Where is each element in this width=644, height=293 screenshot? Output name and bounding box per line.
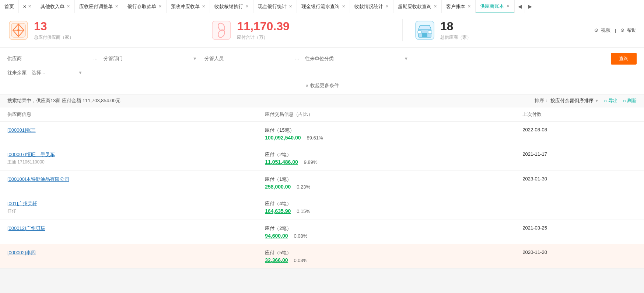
supplier-info-cell: [000100]本特勤油品有限公司	[0, 171, 258, 195]
close-icon[interactable]: ✕	[289, 4, 292, 9]
close-icon[interactable]: ✕	[245, 4, 249, 9]
nav-cashstat-label: 现金银行统计	[258, 3, 287, 10]
top-right-links: ⊙ 视频 | ⊙ 帮助	[594, 27, 637, 34]
stat-divider-2	[402, 19, 403, 41]
close-icon[interactable]: ✕	[67, 4, 70, 9]
nav-verify[interactable]: 收款核销执行 ✕	[210, 0, 253, 13]
stats-bar: 13 总应付供应商（家） 11,170.39 应付合计（万）	[0, 13, 644, 48]
table-row: [001]广州荣轩仔仔应付（4笔）164,635.900.15%	[0, 195, 644, 220]
person-filter-label: 分管人员	[204, 55, 224, 62]
payable-amount[interactable]: 258,000.00	[265, 184, 291, 190]
supplier-payable-icon	[7, 19, 29, 41]
refresh-button[interactable]: ○ 刷新	[623, 97, 637, 104]
right-actions: 排序： 按应付余额倒序排序 ▼ ○ 导出 ○ 刷新	[535, 97, 637, 104]
col-payable-info: 应付交易信息（占比）	[258, 107, 515, 122]
sort-value[interactable]: 按应付余额倒序排序	[550, 98, 594, 103]
balance-input[interactable]	[29, 68, 84, 77]
chevron-up-icon: ∧	[305, 83, 309, 88]
nav-collect-label: 收款情况统计	[354, 3, 383, 10]
nav-collect[interactable]: 收款情况统计 ✕	[350, 0, 393, 13]
divider: |	[615, 28, 616, 33]
collapse-button[interactable]: ∧ 收起更多条件	[7, 81, 637, 90]
close-icon[interactable]: ✕	[385, 4, 389, 9]
payable-amount[interactable]: 94,600.00	[265, 233, 288, 239]
close-icon[interactable]: ✕	[28, 4, 31, 9]
supplier-table: 供应商信息 应付交易信息（占比） 上次付数 [000001]张三应付（15笔）1…	[0, 107, 644, 269]
query-button[interactable]: 查询	[611, 53, 637, 65]
nav-supbook[interactable]: 供应商账本 ✕	[476, 0, 514, 13]
refresh-label: 刷新	[627, 97, 637, 104]
filter-row-1: 供应商 ··· 分管部门 ▼ 分管人员 ··· 往来单位分类 ▼ 查询	[7, 53, 637, 65]
payable-info-cell: 应付（2笔）94,600.000.08%	[258, 220, 515, 244]
export-button[interactable]: ○ 导出	[604, 97, 617, 104]
close-icon[interactable]: ✕	[468, 4, 471, 9]
nav-home[interactable]: 首页	[0, 0, 19, 13]
video-link[interactable]: ⊙ 视频	[594, 27, 610, 34]
sort-label-text: 排序： 按应付余额倒序排序 ▼	[535, 97, 599, 104]
payable-amount[interactable]: 164,635.90	[265, 208, 291, 214]
close-icon[interactable]: ✕	[434, 4, 437, 9]
person-dots-icon[interactable]: ···	[295, 56, 300, 62]
export-icon: ○	[604, 98, 607, 104]
nav-left-arrow[interactable]: ◀	[514, 0, 525, 13]
supplier-link[interactable]: [000002]李四	[7, 250, 36, 255]
close-icon[interactable]: ✕	[506, 4, 510, 8]
table-row: [000100]本特勤油品有限公司应付（1笔）258,000.000.23%20…	[0, 171, 644, 195]
nav-adjust[interactable]: 应收应付调整单 ✕	[75, 0, 123, 13]
payable-suppliers-number: 13	[34, 20, 74, 33]
nav-adjust-label: 应收应付调整单	[79, 3, 113, 10]
table-header: 供应商信息 应付交易信息（占比） 上次付数	[0, 107, 644, 122]
person-input[interactable]	[226, 54, 292, 63]
supplier-filter-label: 供应商	[7, 55, 22, 62]
last-pay-cell: 2021-11-17	[515, 146, 644, 171]
department-input[interactable]	[125, 54, 199, 63]
nav-bank[interactable]: 银行存取款单 ✕	[123, 0, 167, 13]
supplier-link[interactable]: [000012]广州贝瑞	[7, 225, 45, 231]
supplier-sub-text: 王通 17106110000	[7, 159, 250, 165]
nav-tab3[interactable]: 3 ✕	[19, 0, 36, 13]
nav-cashstat[interactable]: 现金银行统计 ✕	[253, 0, 297, 13]
nav-tab3-label: 3	[23, 4, 26, 9]
close-icon[interactable]: ✕	[202, 4, 205, 9]
table-container: 供应商信息 应付交易信息（占比） 上次付数 [000001]张三应付（15笔）1…	[0, 107, 644, 269]
payable-info-cell: 应付（2笔）11,051,486.009.89%	[258, 146, 515, 171]
nav-cusbook-label: 客户账本	[446, 3, 465, 10]
payable-amount[interactable]: 11,051,486.00	[265, 159, 298, 165]
close-icon[interactable]: ✕	[115, 4, 118, 9]
nav-supbook-label: 供应商账本	[480, 3, 504, 10]
payable-percent: 0.15%	[297, 208, 310, 214]
nav-income[interactable]: 其他收入单 ✕	[36, 0, 75, 13]
collapse-label: 收起更多条件	[310, 82, 339, 89]
stat-divider-1	[199, 19, 199, 41]
supplier-info-cell: [000001]张三	[0, 122, 258, 146]
payable-count: 应付（1笔）	[265, 176, 508, 183]
total-suppliers-number: 18	[440, 20, 471, 33]
balance-filter-label: 往来余额	[7, 69, 27, 76]
last-pay-cell: 2022-08-08	[515, 122, 644, 146]
supplier-link[interactable]: [000007]恒旺二手叉车	[7, 152, 55, 157]
table-row: [000007]恒旺二手叉车王通 17106110000应付（2笔）11,051…	[0, 146, 644, 171]
nav-prepay-label: 预收冲应收单	[171, 3, 200, 10]
sort-chevron-icon[interactable]: ▼	[595, 99, 599, 103]
nav-cashflow[interactable]: 现金银行流水查询 ✕	[297, 0, 350, 13]
nav-prepay[interactable]: 预收冲应收单 ✕	[167, 0, 210, 13]
payable-count: 应付（4笔）	[265, 200, 508, 207]
payable-total-label: 应付合计（万）	[237, 34, 289, 41]
svg-rect-13	[428, 31, 432, 34]
payable-amount[interactable]: 100,092,540.00	[265, 135, 301, 141]
supplier-link[interactable]: [000001]张三	[7, 127, 36, 133]
payable-amount[interactable]: 32,366.00	[265, 257, 288, 263]
supplier-dots-icon[interactable]: ···	[93, 56, 98, 62]
nav-bank-label: 银行存取款单	[127, 3, 156, 10]
supplier-input[interactable]	[24, 54, 90, 63]
nav-right-arrow[interactable]: ▶	[525, 0, 535, 13]
close-icon[interactable]: ✕	[342, 4, 345, 9]
close-icon[interactable]: ✕	[158, 4, 162, 9]
nav-cusbook[interactable]: 客户账本 ✕	[442, 0, 476, 13]
help-link[interactable]: ⊙ 帮助	[620, 27, 637, 34]
category-input[interactable]	[336, 54, 410, 63]
supplier-link[interactable]: [001]广州荣轩	[7, 201, 37, 206]
nav-overdue[interactable]: 超期应收款查询 ✕	[393, 0, 442, 13]
nav-income-label: 其他收入单	[41, 3, 64, 10]
supplier-link[interactable]: [000100]本特勤油品有限公司	[7, 176, 69, 182]
